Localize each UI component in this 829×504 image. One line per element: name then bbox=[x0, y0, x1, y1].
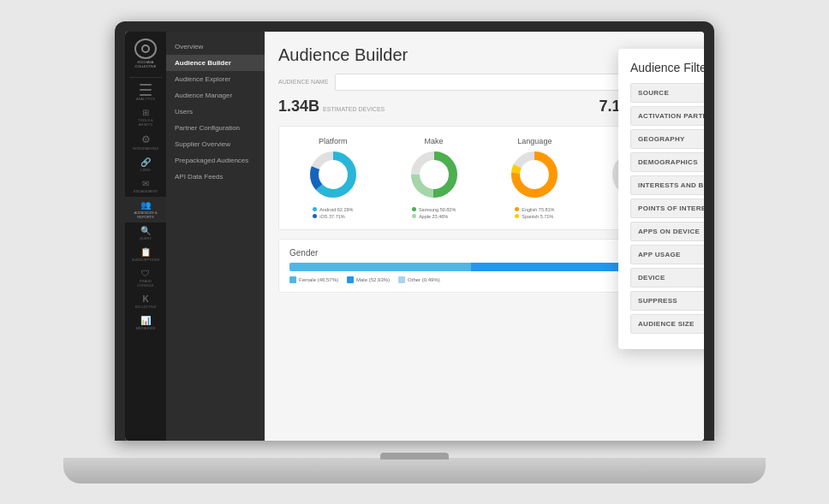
platform-legend-ios: iOS 37.71% bbox=[313, 214, 353, 219]
filter-suppress[interactable]: SUPPRESS ∨ bbox=[630, 291, 704, 311]
sidebar-label-analytics: ANALYTICS bbox=[136, 97, 155, 101]
male-box bbox=[347, 276, 354, 283]
sidebar-item-kollective[interactable]: K KOLLECTIVE bbox=[125, 291, 166, 312]
female-box bbox=[289, 276, 296, 283]
media-bids-icon: 📊 bbox=[140, 316, 151, 325]
apple-label: Apple 23.46% bbox=[419, 214, 448, 219]
main-content: Audience Builder AUDIENCE NAME Save 1.34… bbox=[265, 32, 704, 441]
other-label: Other (0.49%) bbox=[408, 277, 440, 282]
filter-source[interactable]: SOURCE ∨ bbox=[630, 83, 704, 103]
sidebar-label-media-bids: MEDIA BIDS bbox=[136, 326, 156, 330]
sidebar-label-kollective: KOLLECTIVE bbox=[135, 305, 157, 309]
filter-activation-partners[interactable]: ACTIVATION PARTNERS ∨ bbox=[630, 106, 704, 126]
fraud-icon: 🛡 bbox=[141, 269, 150, 278]
sidebar-label-integrations: INTEGRATIONS bbox=[133, 146, 158, 151]
sub-sidebar: Overview Audience Builder Audience Explo… bbox=[166, 32, 265, 441]
sidebar-item-query[interactable]: 🔍 QUERY bbox=[125, 222, 166, 244]
audience-name-label: AUDIENCE NAME bbox=[278, 79, 328, 85]
chart-language: Language E bbox=[509, 137, 560, 219]
filter-audience-size[interactable]: AUDIENCE SIZE ∨ bbox=[630, 314, 704, 334]
filter-device-label: DEVICE bbox=[638, 274, 665, 282]
sidebar-item-fraud[interactable]: 🛡 FRAUDCONSOLE bbox=[125, 265, 166, 291]
laptop-notch bbox=[380, 453, 449, 460]
language-donut bbox=[509, 149, 560, 200]
filters-title: Audience Filters bbox=[630, 61, 704, 74]
estimated-label: ESTIMATED DEVICES bbox=[323, 106, 385, 112]
sub-sidebar-item-partner-config[interactable]: Partner Configuration bbox=[166, 120, 265, 136]
sidebar-item-engagement[interactable]: ✉ ENGAGEMENT bbox=[125, 175, 166, 197]
female-label: Female (46.57%) bbox=[299, 277, 338, 282]
make-legend-apple: Apple 23.46% bbox=[412, 214, 456, 219]
platform-donut bbox=[307, 149, 359, 200]
make-legend-samsung: Samsung 50.82% bbox=[412, 207, 456, 212]
estimated-number: 1.34B bbox=[278, 98, 319, 116]
gender-legend-male: Male (52.93%) bbox=[347, 276, 390, 283]
english-label: English 75.81% bbox=[522, 207, 554, 212]
sidebar-label-links: LINKS bbox=[140, 168, 151, 172]
sidebar-item-media-bids[interactable]: 📊 MEDIA BIDS bbox=[125, 312, 166, 334]
chart-platform: Platform A bbox=[307, 137, 359, 219]
sidebar-divider-1 bbox=[129, 77, 162, 78]
filter-interests-behaviors[interactable]: INTERESTS AND BEHAVIORS ∨ bbox=[630, 175, 704, 195]
sub-sidebar-item-users[interactable]: Users bbox=[166, 104, 265, 120]
chart-platform-title: Platform bbox=[319, 137, 348, 145]
other-box bbox=[398, 276, 405, 283]
sidebar-item-tools[interactable]: ⊞ TOOLS &ASSETS bbox=[125, 104, 166, 130]
english-dot bbox=[515, 207, 519, 211]
brand-name: KOCHAVACOLLECTIVE bbox=[135, 61, 157, 69]
filter-demographics[interactable]: DEMOGRAPHICS ∨ bbox=[630, 152, 704, 172]
filter-audience-size-label: AUDIENCE SIZE bbox=[638, 320, 695, 328]
sub-sidebar-item-audience-builder[interactable]: Audience Builder bbox=[166, 55, 265, 71]
language-legend: English 75.81% Spanish 5.71% bbox=[515, 207, 554, 219]
spanish-dot bbox=[515, 214, 519, 218]
laptop-screen-border: KOCHAVACOLLECTIVE ANALYTICS ⊞ TOOLS &ASS… bbox=[115, 21, 714, 441]
sub-sidebar-item-supplier-overview[interactable]: Supplier Overview bbox=[166, 136, 265, 152]
analytics-icon bbox=[138, 84, 153, 96]
filter-device[interactable]: DEVICE ∨ bbox=[630, 268, 704, 288]
filter-app-usage-label: APP USAGE bbox=[638, 251, 681, 258]
filter-demographics-label: DEMOGRAPHICS bbox=[638, 158, 698, 166]
sub-sidebar-item-api-data-feeds[interactable]: API Data Feeds bbox=[166, 169, 265, 185]
filter-apps-label: APPS ON DEVICE bbox=[638, 228, 700, 235]
sub-sidebar-item-audience-explorer[interactable]: Audience Explorer bbox=[166, 71, 265, 87]
sidebar-item-subscriptions[interactable]: 📋 SUBSCRIPTIONS bbox=[125, 244, 166, 265]
gender-legend-female: Female (46.57%) bbox=[289, 276, 338, 283]
sidebar-item-analytics[interactable]: ANALYTICS bbox=[125, 80, 166, 104]
sub-sidebar-item-overview[interactable]: Overview bbox=[166, 39, 265, 55]
audiences-icon: 👥 bbox=[140, 200, 151, 210]
filter-geography[interactable]: GEOGRAPHY ∨ bbox=[630, 129, 704, 149]
filter-source-label: SOURCE bbox=[638, 89, 669, 97]
gear-icon: ⚙ bbox=[141, 133, 151, 145]
sub-sidebar-item-prepackaged[interactable]: Prepackaged Audiences bbox=[166, 152, 265, 169]
subscriptions-icon: 📋 bbox=[140, 247, 151, 257]
sidebar-item-links[interactable]: 🔗 LINKS bbox=[125, 154, 166, 175]
query-icon: 🔍 bbox=[140, 226, 151, 235]
make-legend: Samsung 50.82% Apple 23.46% bbox=[412, 207, 456, 219]
language-legend-english: English 75.81% bbox=[515, 207, 554, 212]
filter-activation-label: ACTIVATION PARTNERS bbox=[638, 112, 704, 120]
laptop-screen: KOCHAVACOLLECTIVE ANALYTICS ⊞ TOOLS &ASS… bbox=[125, 32, 704, 441]
filter-geography-label: GEOGRAPHY bbox=[638, 135, 685, 143]
sidebar-label-fraud: FRAUDCONSOLE bbox=[137, 279, 154, 288]
platform-legend-android: Android 62.29% bbox=[313, 207, 353, 212]
audience-name-input[interactable] bbox=[335, 74, 650, 91]
chart-make: Make Samsu bbox=[409, 137, 460, 219]
gender-legend-other: Other (0.49%) bbox=[398, 276, 440, 283]
sidebar-item-audiences[interactable]: 👥 AUDIENCES &REPORTS bbox=[125, 197, 166, 222]
filter-apps-on-device[interactable]: APPS ON DEVICE ∨ bbox=[630, 222, 704, 241]
filter-poi-label: POINTS OF INTEREST bbox=[638, 205, 704, 212]
android-label: Android 62.29% bbox=[319, 207, 353, 212]
chart-language-title: Language bbox=[517, 137, 552, 145]
audience-filters-panel: Audience Filters SOURCE ∨ ACTIVATION PAR… bbox=[618, 49, 704, 349]
sidebar-item-integrations[interactable]: ⚙ INTEGRATIONS bbox=[125, 130, 166, 154]
make-donut bbox=[409, 149, 460, 200]
filter-app-usage[interactable]: APP USAGE ∨ bbox=[630, 245, 704, 264]
kollective-icon: K bbox=[142, 294, 148, 304]
android-dot bbox=[313, 207, 317, 211]
gender-bar-female bbox=[289, 263, 471, 271]
filter-points-of-interest[interactable]: POINTS OF INTEREST ∨ bbox=[630, 199, 704, 218]
sidebar-label-subscriptions: SUBSCRIPTIONS bbox=[132, 258, 160, 262]
ios-dot bbox=[313, 214, 317, 218]
sub-sidebar-item-audience-manager[interactable]: Audience Manager bbox=[166, 87, 265, 104]
filter-suppress-label: SUPPRESS bbox=[638, 297, 677, 305]
